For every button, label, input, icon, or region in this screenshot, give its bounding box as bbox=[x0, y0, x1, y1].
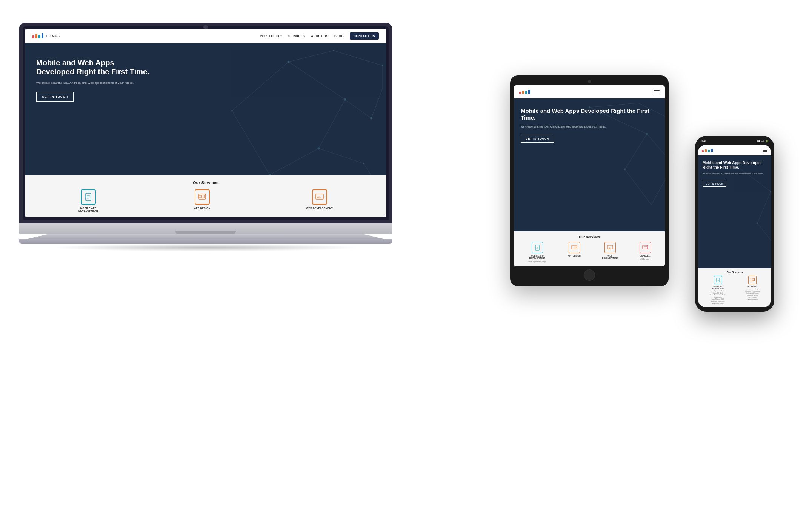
laptop-design-label: APP DESIGN bbox=[194, 207, 210, 209]
phone-website: Mobile and Web Apps Developed Right the … bbox=[698, 145, 771, 307]
logo-bar-4 bbox=[42, 33, 43, 38]
svg-line-38 bbox=[589, 103, 638, 108]
phone-mobile-sub-4: React Native bbox=[714, 297, 722, 298]
phone-service-design: APP DESIGN User Interface Design Wirefra… bbox=[745, 276, 760, 305]
laptop-screen: LITMUS PORTFOLIO ▼ SERVICES ABOUT US BLO… bbox=[25, 29, 386, 217]
tablet-consult-icon bbox=[640, 242, 651, 253]
svg-point-47 bbox=[574, 246, 576, 248]
laptop-camera bbox=[203, 25, 208, 29]
svg-point-19 bbox=[382, 65, 383, 66]
phone-service-mobile: </> MOBILE APPDEVELOPMENT User Experienc… bbox=[710, 276, 726, 305]
svg-line-53 bbox=[735, 165, 771, 192]
phone-design-sub-6: Data Visualization bbox=[747, 299, 758, 301]
svg-point-14 bbox=[288, 61, 290, 63]
tablet-hamburger-menu[interactable] bbox=[654, 90, 660, 94]
svg-line-7 bbox=[334, 51, 383, 66]
svg-line-9 bbox=[318, 148, 364, 163]
laptop-web-icon: </> bbox=[312, 189, 327, 205]
laptop-hero-cta[interactable]: GET IN TOUCH bbox=[36, 92, 74, 102]
phone-mobile-sub-7: Augmented Reality bbox=[712, 303, 724, 305]
tablet-logo-bars bbox=[519, 90, 530, 94]
svg-line-37 bbox=[625, 169, 651, 205]
logo-bar-1 bbox=[32, 35, 34, 38]
phone-logo-bar-3 bbox=[708, 150, 710, 152]
phone-time: 9:41 bbox=[701, 140, 706, 142]
about-link[interactable]: ABOUT US bbox=[311, 34, 328, 38]
tablet-home-button[interactable] bbox=[584, 269, 595, 281]
tablet-logo-bar-2 bbox=[522, 91, 524, 94]
laptop-service-web: </> WEB DEVELOPMENT bbox=[306, 189, 333, 209]
portfolio-chevron: ▼ bbox=[280, 35, 282, 37]
phone-design-label: APP DESIGN bbox=[748, 285, 757, 287]
tablet-screen: Mobile and Web Apps Developed Right the … bbox=[514, 85, 665, 266]
phone-design-sub-items: User Interface Design Wireframe Developm… bbox=[745, 288, 760, 300]
phone-outer: 9:41 ▮▮▮ wifi 🔋 bbox=[695, 136, 774, 312]
svg-text:</>: </> bbox=[86, 197, 89, 199]
tablet-device: Mobile and Web Apps Developed Right the … bbox=[510, 75, 669, 286]
phone-hamburger-menu[interactable] bbox=[763, 149, 767, 152]
portfolio-link: PORTFOLIO bbox=[260, 34, 279, 38]
svg-point-22 bbox=[231, 110, 233, 112]
svg-point-20 bbox=[333, 50, 334, 51]
phone-logo-bar-4 bbox=[711, 149, 713, 152]
tablet-logo bbox=[519, 90, 530, 94]
svg-line-35 bbox=[651, 165, 665, 205]
signal-icon: ▮▮▮ bbox=[757, 140, 760, 142]
tablet-logo-bar-4 bbox=[528, 90, 530, 94]
phone-mobile-sub-items: User Experience Design Native iOS (Swift… bbox=[710, 290, 726, 305]
phone-hero: Mobile and Web Apps Developed Right the … bbox=[698, 155, 771, 268]
phone-mobile-icon: </> bbox=[714, 276, 722, 284]
tablet-mobile-label: MOBILE APPDEVELOPMENT bbox=[529, 255, 545, 259]
logo-bar-3 bbox=[38, 35, 40, 38]
svg-text:</>: </> bbox=[608, 247, 611, 249]
laptop-contact-btn[interactable]: CONTACT US bbox=[350, 32, 379, 40]
tablet-design-icon bbox=[569, 242, 580, 253]
laptop-services-grid: </> MOBILE APPDEVELOPMENT bbox=[32, 189, 379, 212]
svg-line-55 bbox=[757, 192, 771, 223]
phone-mobile-sub-1: User Experience Design bbox=[711, 290, 725, 292]
laptop-design-icon bbox=[195, 189, 210, 205]
laptop-hero-content: Mobile and Web Apps Developed Right the … bbox=[36, 58, 149, 102]
scene: LITMUS PORTFOLIO ▼ SERVICES ABOUT US BLO… bbox=[0, 0, 812, 523]
svg-line-2 bbox=[270, 148, 319, 175]
tablet-hero-network bbox=[514, 98, 665, 231]
tablet-services-grid: </> MOBILE APPDEVELOPMENT User Experienc… bbox=[518, 242, 660, 263]
phone-design-sub-3: Native Mobile Design bbox=[746, 292, 758, 294]
tablet-service-design: APP DESIGN bbox=[568, 242, 581, 263]
blog-link[interactable]: BLOG bbox=[334, 34, 344, 38]
tablet-web-icon: </> bbox=[604, 242, 616, 253]
hamburger-line-3 bbox=[654, 94, 660, 94]
laptop-hero-title: Mobile and Web Apps Developed Right the … bbox=[36, 58, 149, 76]
laptop-mobile-icon: </> bbox=[81, 189, 96, 205]
svg-line-54 bbox=[771, 192, 771, 228]
phone-services-grid: </> MOBILE APPDEVELOPMENT User Experienc… bbox=[701, 276, 768, 305]
svg-line-0 bbox=[289, 62, 345, 100]
tablet-service-mobile: </> MOBILE APPDEVELOPMENT User Experienc… bbox=[528, 242, 546, 263]
tablet-service-consult: CONSUL... API/Backend... bbox=[640, 242, 651, 263]
svg-line-36 bbox=[625, 134, 647, 169]
svg-line-12 bbox=[232, 111, 270, 175]
phone-nav bbox=[698, 145, 771, 155]
svg-point-15 bbox=[344, 98, 346, 101]
phone-services: Our Services </> MOBILE APPD bbox=[698, 268, 771, 307]
svg-line-13 bbox=[232, 62, 289, 111]
svg-line-56 bbox=[757, 223, 771, 246]
svg-text:</>: </> bbox=[317, 196, 321, 198]
svg-rect-50 bbox=[643, 245, 648, 249]
battery-icon: 🔋 bbox=[766, 140, 768, 142]
phone-design-sub-2: Wireframe Development bbox=[745, 291, 760, 292]
svg-point-28 bbox=[201, 195, 205, 198]
tablet-camera bbox=[588, 80, 591, 83]
tablet-logo-bar-3 bbox=[525, 91, 527, 94]
laptop-website: LITMUS PORTFOLIO ▼ SERVICES ABOUT US BLO… bbox=[25, 29, 386, 217]
phone-design-sub-5: User Research bbox=[748, 297, 757, 298]
svg-line-57 bbox=[735, 160, 762, 165]
laptop-services: Our Services </> bbox=[25, 175, 386, 217]
laptop-stand bbox=[19, 234, 392, 239]
laptop-nav-portfolio[interactable]: PORTFOLIO ▼ bbox=[260, 34, 282, 38]
laptop-screen-outer: LITMUS PORTFOLIO ▼ SERVICES ABOUT US BLO… bbox=[19, 23, 392, 223]
services-link[interactable]: SERVICES bbox=[288, 34, 305, 38]
svg-point-42 bbox=[624, 168, 626, 170]
laptop-shadow bbox=[51, 244, 360, 251]
phone-device: 9:41 ▮▮▮ wifi 🔋 bbox=[695, 136, 774, 312]
